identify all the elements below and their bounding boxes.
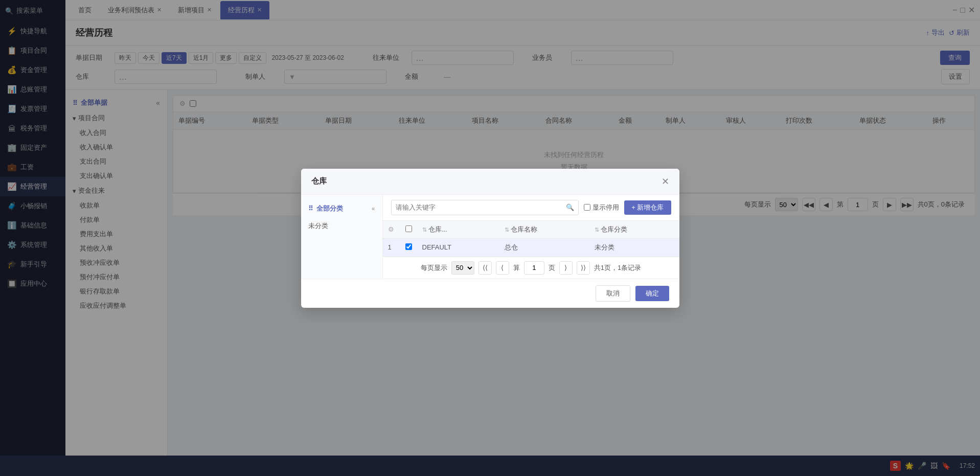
modal-unclassified-label: 未分类: [308, 221, 328, 231]
modal-last-btn[interactable]: ⟩⟩: [577, 261, 590, 275]
modal-th-name-label: 仓库名称: [511, 225, 537, 233]
modal-table-container: ⚙ ⇅ 仓库... ⇅: [383, 221, 679, 257]
modal-search-box: 🔍: [391, 200, 579, 215]
modal-table: ⚙ ⇅ 仓库... ⇅: [383, 221, 679, 257]
modal-page-unit: 页: [549, 263, 555, 273]
modal-th-category: ⇅ 仓库分类: [589, 221, 679, 239]
modal-first-btn[interactable]: ⟨⟨: [478, 261, 492, 275]
sort-icon-name: ⇅: [505, 226, 509, 233]
modal-row-num: 1: [383, 238, 400, 256]
modal-overlay: 仓库 ✕ ⠿ 全部分类 « 未分类: [0, 0, 980, 476]
modal-collapse-btn[interactable]: «: [372, 205, 375, 212]
modal-close-icon[interactable]: ✕: [662, 176, 669, 187]
modal-table-row[interactable]: 1 DEFAULT 总仓 未分类: [383, 238, 679, 256]
modal-body: ⠿ 全部分类 « 未分类 🔍 显示停用: [301, 195, 679, 279]
modal-toolbar: 🔍 显示停用 + 新增仓库: [383, 195, 679, 221]
modal-next-btn[interactable]: ⟩: [559, 261, 573, 275]
modal-title: 仓库: [311, 176, 327, 186]
modal-per-page-label: 每页显示: [421, 263, 447, 273]
modal-col-settings-icon[interactable]: ⚙: [388, 225, 394, 233]
modal-page-label: 算: [513, 263, 520, 273]
modal-footer: 取消 确定: [301, 279, 679, 308]
modal-all-category-label: 全部分类: [316, 204, 343, 213]
modal-th-settings: ⚙: [383, 221, 400, 239]
modal-total-text: 共1页，1条记录: [594, 263, 641, 273]
modal-confirm-btn[interactable]: 确定: [635, 286, 669, 301]
modal-left-all-category[interactable]: ⠿ 全部分类 «: [301, 200, 382, 217]
sort-icon-code: ⇅: [422, 226, 427, 233]
modal-show-disabled-checkbox[interactable]: [584, 204, 590, 211]
modal-right-panel: 🔍 显示停用 + 新增仓库 ⚙: [383, 195, 679, 279]
modal-cancel-btn[interactable]: 取消: [596, 285, 630, 302]
modal-table-body: 1 DEFAULT 总仓 未分类: [383, 238, 679, 256]
modal-prev-btn[interactable]: ⟨: [496, 261, 509, 275]
modal-show-disabled-label[interactable]: 显示停用: [584, 203, 619, 212]
modal-th-category-label: 仓库分类: [601, 225, 627, 233]
modal-th-code: ⇅ 仓库...: [417, 221, 499, 239]
modal-left-panel: ⠿ 全部分类 « 未分类: [301, 195, 383, 279]
modal-th-code-label: 仓库...: [428, 225, 447, 233]
modal-add-warehouse-btn[interactable]: + 新增仓库: [624, 200, 671, 215]
grid-icon-modal: ⠿: [308, 205, 313, 212]
modal-page-input[interactable]: [524, 261, 544, 275]
modal-header: 仓库 ✕: [301, 169, 679, 195]
modal-table-header: ⚙ ⇅ 仓库... ⇅: [383, 221, 679, 239]
modal-row-checkbox-cell: [400, 238, 417, 256]
modal-th-checkbox: [400, 221, 417, 239]
modal-row-checkbox[interactable]: [405, 243, 412, 250]
modal-search-icon: 🔍: [566, 203, 574, 211]
modal-per-page-select[interactable]: 50: [451, 261, 474, 275]
sort-icon-category: ⇅: [595, 226, 599, 233]
modal-th-name: ⇅ 仓库名称: [499, 221, 589, 239]
modal-show-disabled-text: 显示停用: [592, 203, 619, 212]
modal-select-all[interactable]: [405, 225, 412, 232]
modal-row-category: 未分类: [589, 238, 679, 256]
modal-left-unclassified[interactable]: 未分类: [301, 217, 382, 235]
warehouse-modal: 仓库 ✕ ⠿ 全部分类 « 未分类: [301, 169, 679, 308]
modal-row-code: DEFAULT: [417, 238, 499, 256]
modal-row-name: 总仓: [499, 238, 589, 256]
modal-pagination: 每页显示 50 ⟨⟨ ⟨ 算 页 ⟩ ⟩⟩ 共1页，1条记录: [383, 257, 679, 279]
modal-search-input[interactable]: [396, 203, 563, 211]
